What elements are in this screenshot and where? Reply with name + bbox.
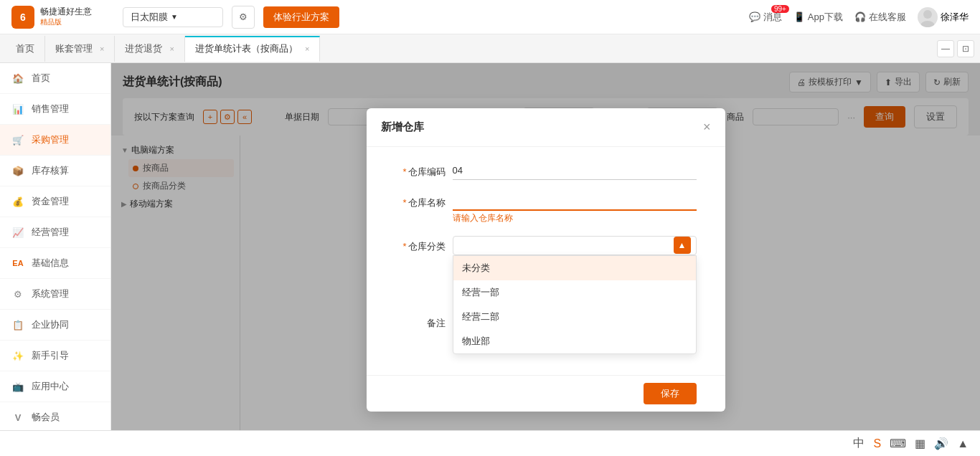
tab-home[interactable]: 首页 [6, 36, 45, 62]
trial-button[interactable]: 体验行业方案 [263, 6, 339, 28]
sound-icon[interactable]: 🔊 [934, 437, 948, 450]
tab-purchase-stats-close[interactable]: × [305, 44, 309, 53]
sidebar-label-home: 首页 [32, 72, 50, 85]
dialog-header: 新增仓库 × [367, 108, 725, 147]
operations-icon: 📈 [11, 226, 24, 239]
app-download-label: App下载 [808, 11, 843, 24]
sidebar-item-guide[interactable]: ✨ 新手引导 [0, 341, 110, 371]
category-row: *仓库分类 ▲ 未分类 经营一部 经营二部 物业部 [395, 236, 697, 255]
tab-actions: — ⊡ [937, 40, 974, 57]
sidebar-item-purchase[interactable]: 🛒 采购管理 [0, 125, 110, 156]
name-input[interactable] [453, 191, 697, 211]
sidebar-label-purchase: 采购管理 [32, 133, 69, 146]
tab-purchase-return-label: 进货退货 [125, 42, 162, 55]
sidebar-label-enterprise: 企业协同 [32, 318, 69, 331]
up-arrow-icon[interactable]: ▲ [957, 437, 969, 450]
dropdown-item-dept2[interactable]: 经营二部 [453, 305, 696, 329]
sidebar-label-sales: 销售管理 [32, 103, 69, 115]
sidebar-item-inventory[interactable]: 📦 库存核算 [0, 156, 110, 186]
top-center: 日太阳膜 ▼ ⚙ 体验行业方案 [123, 6, 749, 29]
tab-purchase-return-close[interactable]: × [169, 44, 174, 53]
app-download-item[interactable]: 📱 App下载 [793, 11, 843, 24]
headset-icon: 🎧 [854, 11, 866, 22]
tab-accounts-label: 账套管理 [55, 42, 93, 55]
sidebar-item-member[interactable]: V 畅会员 [0, 402, 110, 433]
lang-icon[interactable]: 中 [853, 436, 864, 451]
store-name: 日太阳膜 [131, 11, 168, 24]
bottom-bar: 中 S ⌨ ▦ 🔊 ▲ [0, 430, 980, 456]
tab-accounts-close[interactable]: × [100, 44, 104, 53]
sidebar-label-guide: 新手引导 [32, 349, 69, 362]
diamond-icon[interactable]: S [873, 437, 881, 450]
tab-bar: 首页 账套管理 × 进货退货 × 进货单统计表（按商品） × — ⊡ [0, 34, 980, 63]
sidebar-item-operations[interactable]: 📈 经营管理 [0, 217, 110, 248]
top-bar: 6 畅捷通好生意 精品版 日太阳膜 ▼ ⚙ 体验行业方案 💬 消息 99+ 📱 … [0, 0, 980, 34]
code-input[interactable] [453, 161, 697, 180]
name-error-message: 请输入仓库名称 [453, 212, 697, 224]
sidebar-item-finance[interactable]: 💰 资金管理 [0, 186, 110, 217]
logo-area: 6 畅捷通好生意 精品版 [11, 6, 123, 29]
sales-icon: 📊 [11, 103, 24, 115]
sidebar-item-system[interactable]: ⚙ 系统管理 [0, 279, 110, 310]
sidebar-item-app-center[interactable]: 📺 应用中心 [0, 371, 110, 402]
sidebar-label-basic-info: 基础信息 [32, 257, 69, 270]
category-input[interactable] [453, 236, 697, 255]
sidebar-label-finance: 资金管理 [32, 195, 69, 208]
tab-purchase-stats[interactable]: 进货单统计表（按商品） × [185, 36, 320, 62]
inventory-icon: 📦 [11, 164, 24, 177]
sidebar-item-basic-info[interactable]: EA 基础信息 [0, 248, 110, 279]
name-label: *仓库名称 [395, 192, 453, 209]
svg-point-1 [920, 21, 935, 27]
sidebar-label-inventory: 库存核算 [32, 164, 69, 177]
main-layout: 🏠 首页 📊 销售管理 🛒 采购管理 📦 库存核算 💰 资金管理 📈 经营管理 … [0, 63, 980, 456]
tab-expand-button[interactable]: ⊡ [957, 40, 974, 57]
tab-home-label: 首页 [16, 42, 34, 55]
name-row: *仓库名称 请输入仓库名称 [395, 191, 697, 224]
tab-accounts[interactable]: 账套管理 × [45, 36, 115, 62]
category-dropdown: 未分类 经营一部 经营二部 物业部 [453, 255, 697, 354]
phone-icon: 📱 [793, 11, 805, 22]
content-area: 进货单统计(按商品) 🖨 按模板打印 ▼ ⬆ 导出 ↻ 刷新 按以下方案查询 [111, 63, 980, 456]
guide-icon: ✨ [11, 349, 24, 362]
top-right: 💬 消息 99+ 📱 App下载 🎧 在线客服 徐泽华 [749, 7, 969, 27]
user-name: 徐泽华 [941, 11, 969, 24]
dialog-footer: 保存 [367, 375, 725, 412]
purchase-icon: 🛒 [11, 133, 24, 146]
user-area[interactable]: 徐泽华 [918, 7, 969, 27]
sidebar-item-sales[interactable]: 📊 销售管理 [0, 94, 110, 125]
dialog-title: 新增仓库 [381, 120, 424, 134]
dialog-close-button[interactable]: × [703, 120, 711, 135]
category-toggle-button[interactable]: ▲ [674, 237, 691, 254]
overlay: 新增仓库 × *仓库编码 *仓库名称 [111, 63, 980, 456]
gear-button[interactable]: ⚙ [232, 6, 255, 29]
add-warehouse-dialog: 新增仓库 × *仓库编码 *仓库名称 [367, 108, 725, 412]
sidebar-label-operations: 经营管理 [32, 226, 69, 239]
message-badge: 99+ [771, 5, 789, 13]
sidebar-label-member: 畅会员 [32, 411, 60, 424]
tab-minimize-button[interactable]: — [937, 40, 954, 57]
sidebar-label-app-center: 应用中心 [32, 380, 69, 393]
dropdown-item-dept3[interactable]: 物业部 [453, 329, 696, 353]
finance-icon: 💰 [11, 195, 24, 208]
member-icon: V [11, 411, 24, 424]
sidebar-label-system: 系统管理 [32, 288, 69, 300]
sidebar-item-enterprise[interactable]: 📋 企业协同 [0, 310, 110, 341]
grid-icon[interactable]: ▦ [915, 437, 925, 450]
code-row: *仓库编码 [395, 161, 697, 180]
sidebar-item-home[interactable]: 🏠 首页 [0, 63, 110, 94]
store-selector[interactable]: 日太阳膜 ▼ [123, 7, 223, 27]
keyboard-icon[interactable]: ⌨ [890, 437, 906, 450]
chevron-down-icon: ▼ [171, 13, 178, 21]
dialog-body: *仓库编码 *仓库名称 请输入仓库名称 [367, 147, 725, 369]
system-icon: ⚙ [11, 288, 24, 300]
remark-label: 备注 [395, 313, 453, 330]
category-label: *仓库分类 [395, 236, 453, 253]
message-item[interactable]: 💬 消息 99+ [749, 11, 782, 24]
dropdown-item-uncategorized[interactable]: 未分类 [453, 256, 696, 280]
save-button[interactable]: 保存 [644, 383, 697, 404]
online-service-label: 在线客服 [869, 11, 906, 24]
code-label: *仓库编码 [395, 161, 453, 179]
tab-purchase-return[interactable]: 进货退货 × [115, 36, 184, 62]
online-service-item[interactable]: 🎧 在线客服 [854, 11, 906, 24]
dropdown-item-dept1[interactable]: 经营一部 [453, 280, 696, 305]
